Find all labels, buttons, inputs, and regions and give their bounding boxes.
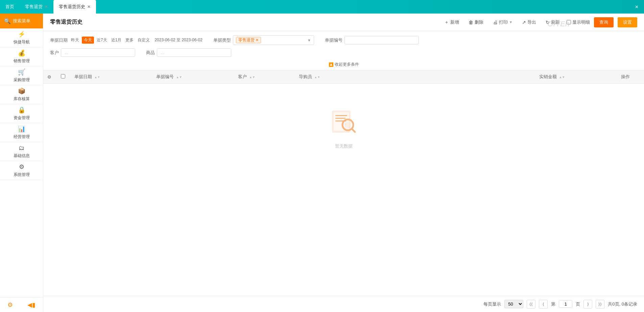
filter-doctype-label: 单据类型 (213, 37, 231, 43)
page-label: 第 (551, 301, 555, 307)
th-actions-label: 操作 (621, 74, 630, 79)
tab-retail-return-history[interactable]: 零售退货历史 ✕ (53, 0, 96, 14)
svg-rect-2 (335, 115, 347, 116)
date-range-display: 2023-06-02 至 2023-06-02 (154, 37, 202, 43)
date-opt-yesterday[interactable]: 昨天 (70, 37, 80, 44)
page-title: 零售退货历史 (50, 19, 442, 26)
per-page-label: 每页显示 (483, 301, 501, 307)
filter-collapse-row: 🔼 收起更多条件 (50, 60, 637, 67)
collapse-button[interactable]: 🔼 收起更多条件 (329, 62, 359, 67)
export-icon: ↗ (522, 20, 526, 25)
data-table: ⚙ 单据日期 ▲▼ 单据编号 ▲▼ 客户 ▲▼ (43, 70, 644, 163)
top-bar: 首页 零售退货 ✕ 零售退货历史 ✕ ✕ (0, 0, 644, 14)
filter-goods-item: 商品 ... (146, 48, 231, 57)
last-page-button[interactable]: ⟩⟩ (596, 300, 604, 309)
sort-icons-amount: ▲▼ (559, 75, 565, 79)
add-button[interactable]: ＋ 新增 (442, 18, 462, 27)
filter-row-1: 单据日期 昨天 今天 近7天 近1月 更多 自定义 2023-06-02 至 2… (50, 35, 637, 45)
search-icon: 🔍 (4, 18, 11, 24)
sidebar-item-basic-info[interactable]: 🗂 基础信息 (0, 142, 43, 161)
date-range-text: 2023-06-02 至 2023-06-02 (154, 37, 202, 43)
empty-icon (327, 104, 361, 138)
th-doc-no[interactable]: 单据编号 ▲▼ (152, 70, 234, 84)
th-spacer (366, 70, 535, 84)
delete-button[interactable]: 🗑 删除 (466, 18, 486, 27)
add-icon: ＋ (444, 19, 449, 25)
export-button[interactable]: ↗ 导出 (519, 18, 539, 27)
sort-icons-guide: ▲▼ (314, 75, 320, 79)
next-page-button[interactable]: ⟩ (583, 300, 592, 309)
th-guide[interactable]: 导购员 ▲▼ (295, 70, 366, 84)
date-opt-1month[interactable]: 近1月 (110, 37, 123, 44)
select-all-checkbox[interactable] (61, 74, 65, 79)
filter-customer-label: 客户 (50, 50, 59, 56)
doctype-tag-close[interactable]: ✕ (256, 38, 259, 42)
th-settings[interactable]: ⚙ (43, 70, 57, 84)
print-button[interactable]: 🖨 打印 ▼ (490, 18, 515, 27)
finance-icon: 🔒 (18, 106, 25, 114)
date-opt-more[interactable]: 更多 (124, 37, 135, 44)
tab-home[interactable]: 首页 (0, 0, 20, 14)
sidebar-item-system-mgmt-label: 系统管理 (14, 172, 30, 178)
th-checkbox[interactable] (57, 70, 70, 84)
sidebar-item-sales-mgmt-label: 销售管理 (14, 58, 30, 64)
inventory-icon: 📦 (18, 87, 25, 95)
date-opt-today[interactable]: 今天 (82, 37, 94, 44)
refresh-button[interactable]: ↻ 刷新 (543, 18, 563, 27)
table-header: ⚙ 单据日期 ▲▼ 单据编号 ▲▼ 客户 ▲▼ (43, 70, 644, 84)
sort-icons-customer: ▲▼ (249, 75, 255, 79)
page-input[interactable] (559, 300, 572, 308)
sidebar-item-purchase-mgmt[interactable]: 🛒 采购管理 (0, 66, 43, 85)
tab-retail-return[interactable]: 零售退货 ✕ (20, 0, 53, 14)
main-layout: 🔍 搜索菜单 ⚡ 快捷导航 💰 销售管理 🛒 采购管理 📦 库存核算 🔒 (0, 14, 644, 312)
page-suffix: 页 (576, 301, 580, 307)
first-page-button[interactable]: ⟨⟨ (527, 300, 535, 309)
date-opt-7days[interactable]: 近7天 (95, 37, 109, 44)
filter-docno-input[interactable] (344, 36, 419, 44)
th-guide-label: 导购员 (299, 74, 312, 79)
sidebar-item-inventory[interactable]: 📦 库存核算 (0, 85, 43, 104)
empty-state: 暂无数据 (43, 84, 644, 163)
prev-page-button[interactable]: ⟨ (539, 300, 548, 309)
doctype-chevron-icon: ▼ (307, 38, 311, 42)
filter-customer-input[interactable]: ... (61, 48, 135, 57)
filter-goods-input[interactable]: ... (157, 48, 231, 57)
table-body: 暂无数据 (43, 84, 644, 163)
query-button[interactable]: 查询 (594, 17, 614, 27)
doctype-tag[interactable]: 零售退货 ✕ (236, 37, 261, 43)
show-detail-checkbox[interactable] (567, 20, 571, 24)
filter-doctype-select[interactable]: 零售退货 ✕ ▼ (233, 35, 314, 45)
filter-date-item: 单据日期 昨天 今天 近7天 近1月 更多 自定义 2023-06-02 至 2… (50, 37, 202, 44)
sidebar-settings-icon[interactable]: ⚙ (7, 301, 13, 309)
print-dropdown-icon: ▼ (509, 20, 512, 24)
tab-retail-return-history-close[interactable]: ✕ (87, 4, 91, 9)
filter-customer-item: 客户 ... (50, 48, 135, 57)
svg-rect-3 (335, 118, 345, 119)
sidebar-search[interactable]: 🔍 搜索菜单 (0, 14, 43, 28)
empty-cell: 暂无数据 (43, 84, 644, 163)
sidebar-item-inventory-label: 库存核算 (14, 96, 30, 102)
sidebar-item-purchase-mgmt-label: 采购管理 (14, 77, 30, 83)
th-doc-date[interactable]: 单据日期 ▲▼ (70, 70, 152, 84)
sidebar-nav: ⚡ 快捷导航 💰 销售管理 🛒 采购管理 📦 库存核算 🔒 资金管理 📊 (0, 28, 43, 297)
per-page-select[interactable]: 50 10 20 100 (504, 300, 523, 308)
sidebar-item-finance[interactable]: 🔒 资金管理 (0, 104, 43, 123)
th-customer[interactable]: 客户 ▲▼ (234, 70, 295, 84)
sidebar-item-basic-info-label: 基础信息 (14, 153, 30, 159)
tab-retail-return-close[interactable]: ✕ (45, 4, 48, 9)
filter-row-2: 客户 ... 商品 ... (50, 48, 637, 57)
quick-nav-icon: ⚡ (18, 30, 25, 38)
th-doc-no-label: 单据编号 (156, 74, 174, 79)
sidebar-item-operations[interactable]: 📊 经营管理 (0, 123, 43, 142)
th-amount[interactable]: 实销金额 ▲▼ (535, 70, 617, 84)
date-opt-custom[interactable]: 自定义 (136, 37, 151, 44)
table-area: ⚙ 单据日期 ▲▼ 单据编号 ▲▼ 客户 ▲▼ (43, 70, 644, 296)
refresh-icon: ↻ (546, 20, 550, 25)
sidebar-bottom: ⚙ ◀▮ (0, 297, 43, 312)
sidebar-item-quick-nav[interactable]: ⚡ 快捷导航 (0, 28, 43, 47)
sidebar-item-system-mgmt[interactable]: ⚙ 系统管理 (0, 161, 43, 180)
sidebar-volume-icon[interactable]: ◀▮ (27, 301, 35, 309)
settings-button[interactable]: 设置 (618, 17, 637, 27)
top-bar-close[interactable]: ✕ (635, 4, 644, 9)
sidebar-item-sales-mgmt[interactable]: 💰 销售管理 (0, 47, 43, 66)
